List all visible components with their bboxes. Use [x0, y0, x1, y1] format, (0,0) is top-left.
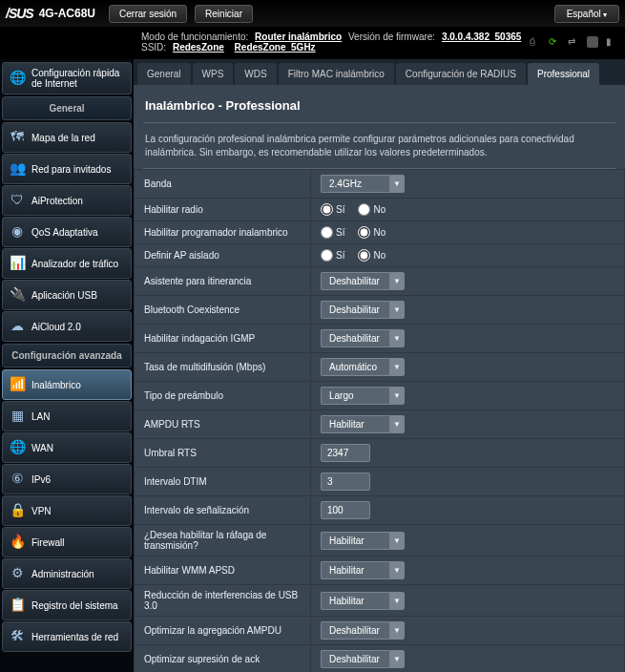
select-value[interactable]: 2.4GHz — [321, 175, 389, 193]
select-value[interactable]: Automático — [321, 358, 389, 376]
tab-0[interactable]: General — [137, 63, 191, 85]
ssid-1[interactable]: RedesZone — [173, 42, 224, 52]
sidebar-item-general-4[interactable]: 📊Analizador de tráfico — [2, 248, 132, 279]
radio-yes[interactable]: Sí — [321, 249, 344, 262]
radio-no[interactable]: No — [358, 249, 385, 262]
chevron-down-icon[interactable]: ▼ — [389, 592, 405, 610]
sidebar-item-advanced-2[interactable]: 🌐WAN — [2, 432, 132, 463]
field-control-cell: Largo▼ — [311, 382, 625, 410]
select-value[interactable]: Largo — [321, 387, 389, 405]
globe-icon: 🌐 — [9, 70, 26, 87]
sidebar-item-label: Mapa de la red — [31, 133, 95, 143]
tab-2[interactable]: WDS — [235, 63, 276, 85]
select-value[interactable]: Habilitar — [321, 561, 389, 579]
chevron-down-icon[interactable]: ▼ — [389, 561, 405, 579]
select-value[interactable]: Habilitar — [321, 532, 389, 550]
text-input[interactable] — [321, 472, 370, 491]
sidebar-item-advanced-1[interactable]: ▦LAN — [2, 401, 132, 431]
radio-no[interactable]: No — [358, 226, 385, 239]
sidebar-item-advanced-3[interactable]: ⑥IPv6 — [2, 464, 132, 494]
sidebar-item-advanced-5[interactable]: 🔥Firewall — [2, 527, 132, 557]
chevron-down-icon[interactable]: ▼ — [389, 358, 405, 376]
field-control-cell: Habilitar▼ — [311, 556, 625, 585]
sidebar-item-label: AiProtection — [31, 196, 83, 206]
sidebar-label: Configuración rápida de Internet — [31, 68, 125, 89]
mode-value[interactable]: Router inalámbrico — [255, 32, 342, 42]
chevron-down-icon[interactable]: ▼ — [389, 415, 405, 433]
field-label: Reducción de interferencias de USB 3.0 — [135, 585, 311, 617]
radio-no[interactable]: No — [358, 203, 385, 216]
radio-input[interactable] — [321, 226, 333, 239]
chevron-down-icon[interactable]: ▼ — [389, 532, 405, 550]
sidebar-item-advanced-0[interactable]: 📶Inalámbrico — [2, 369, 132, 400]
sidebar-item-advanced-7[interactable]: 📋Registro del sistema — [2, 590, 132, 620]
fw-value[interactable]: 3.0.0.4.382_50365 — [442, 32, 521, 42]
chevron-down-icon[interactable]: ▼ — [389, 272, 405, 290]
tab-5[interactable]: Professional — [528, 63, 599, 85]
text-input[interactable] — [321, 444, 370, 462]
mode-label: Modo de funcionamiento: — [141, 32, 248, 42]
chevron-down-icon[interactable]: ▼ — [389, 387, 405, 405]
field-control-cell: 2.4GHz▼ — [311, 170, 625, 199]
logout-button[interactable]: Cerrar sesión — [109, 5, 187, 23]
field-row-0: Banda2.4GHz▼ — [135, 170, 625, 199]
field-row-13: ¿Desea habilitar la ráfaga de transmisió… — [135, 525, 625, 556]
sidebar-item-general-3[interactable]: ◉QoS Adaptativa — [2, 217, 132, 247]
sidebar-item-general-0[interactable]: 🗺Mapa de la red — [2, 122, 132, 153]
select-value[interactable]: Deshabilitar — [321, 301, 389, 319]
select-value[interactable]: Deshabilitar — [321, 621, 389, 640]
language-select[interactable]: Español — [554, 5, 619, 23]
tab-3[interactable]: Filtro MAC inalámbrico — [279, 63, 394, 85]
sidebar-item-general-2[interactable]: 🛡AiProtection — [2, 185, 132, 216]
sidebar-icon: 📊 — [9, 255, 26, 272]
select-value[interactable]: Habilitar — [321, 592, 389, 610]
chevron-down-icon[interactable]: ▼ — [389, 621, 405, 640]
sidebar-item-label: LAN — [31, 411, 50, 422]
select-value[interactable]: Habilitar — [321, 415, 389, 433]
sidebar-item-label: Red para invitados — [31, 164, 111, 175]
ssid-label: SSID: — [141, 42, 166, 52]
field-row-5: Bluetooth CoexistenceDeshabilitar▼ — [135, 296, 625, 325]
reboot-button[interactable]: Reiniciar — [195, 5, 253, 23]
field-label: Umbral RTS — [135, 439, 311, 468]
sidebar-item-label: Administración — [31, 569, 94, 579]
sidebar-icon: ⚙ — [9, 565, 26, 582]
radio-input[interactable] — [358, 203, 370, 216]
radio-input[interactable] — [358, 226, 370, 239]
chevron-down-icon[interactable]: ▼ — [389, 650, 405, 668]
field-label: Optimizar la agregación AMPDU — [135, 617, 311, 645]
sidebar-item-advanced-6[interactable]: ⚙Administración — [2, 558, 132, 589]
chevron-down-icon[interactable]: ▼ — [389, 301, 405, 319]
sidebar-item-general-5[interactable]: 🔌Aplicación USB — [2, 280, 132, 310]
sidebar-item-general-6[interactable]: ☁AiCloud 2.0 — [2, 311, 132, 342]
tab-4[interactable]: Configuración de RADIUS — [396, 63, 526, 85]
radio-yes[interactable]: Sí — [321, 203, 344, 216]
sidebar-item-general-1[interactable]: 👥Red para invitados — [2, 154, 132, 184]
field-label: Optimizar supresión de ack — [135, 645, 311, 673]
radio-input[interactable] — [321, 249, 333, 262]
status-icons: ⎙ ⟳ ⇄ ▮ — [530, 36, 617, 48]
sidebar-icon: 🛠 — [9, 628, 26, 645]
chevron-down-icon[interactable]: ▼ — [389, 175, 405, 193]
select-value[interactable]: Deshabilitar — [321, 272, 389, 290]
sidebar-item-label: WAN — [31, 443, 53, 453]
text-input[interactable] — [321, 501, 370, 519]
select-value[interactable]: Deshabilitar — [321, 650, 389, 668]
page-title: Inalámbrico - Professional — [134, 85, 625, 122]
sidebar-item-label: QoS Adaptativa — [31, 227, 98, 238]
field-label: Habilitar radio — [135, 199, 311, 221]
sidebar-item-advanced-8[interactable]: 🛠Herramientas de red — [2, 621, 132, 652]
radio-input[interactable] — [358, 249, 370, 262]
ssid-2[interactable]: RedesZone_5GHz — [235, 42, 316, 52]
field-control-cell — [311, 439, 625, 468]
sidebar-item-advanced-4[interactable]: 🔒VPN — [2, 495, 132, 526]
radio-input[interactable] — [321, 203, 333, 216]
chevron-down-icon[interactable]: ▼ — [389, 329, 405, 347]
tab-1[interactable]: WPS — [193, 63, 234, 85]
sidebar-icon: 📶 — [9, 376, 26, 393]
radio-yes[interactable]: Sí — [321, 226, 344, 239]
select-value[interactable]: Deshabilitar — [321, 329, 389, 347]
model-name: 4G-AC68U — [39, 7, 95, 20]
field-label: AMPDU RTS — [135, 410, 311, 439]
sidebar-quick-setup[interactable]: 🌐 Configuración rápida de Internet — [2, 62, 132, 94]
